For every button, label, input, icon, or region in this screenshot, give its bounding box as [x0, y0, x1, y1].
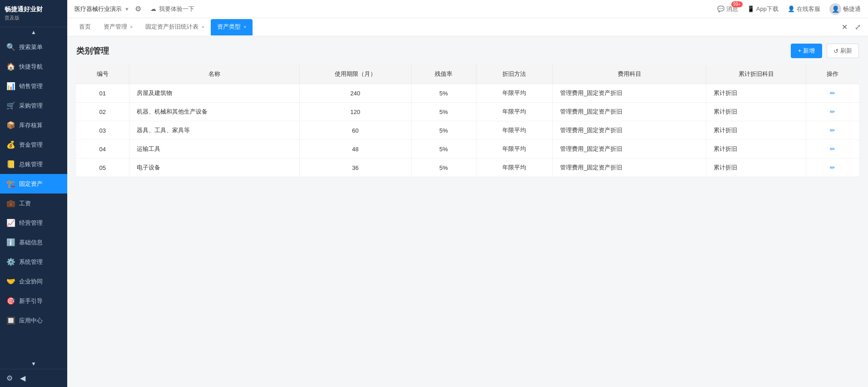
sidebar-item-enterprise[interactable]: 🤝企业协同	[0, 272, 67, 291]
refresh-label: 刷新	[840, 47, 852, 55]
tab-asset-mgmt-close[interactable]: ×	[130, 24, 133, 30]
col-action: 操作	[806, 64, 859, 84]
experience-label: 我要体验一下	[159, 5, 194, 13]
sidebar-item-guide[interactable]: 🎯新手引导	[0, 291, 67, 311]
cell-code-1: 02	[76, 103, 129, 121]
cell-name-3: 运输工具	[129, 140, 299, 159]
base-info-icon: ℹ️	[6, 238, 15, 247]
logo-title: 畅捷通好业财	[5, 5, 63, 14]
sidebar-item-base-info[interactable]: ℹ️基础信息	[0, 233, 67, 252]
cell-name-4: 电子设备	[129, 159, 299, 177]
window-expand-btn[interactable]: ⤢	[853, 21, 863, 33]
cell-code-0: 01	[76, 84, 129, 103]
app-download-btn[interactable]: 📱 App下载	[747, 5, 779, 13]
sidebar-item-inventory[interactable]: 📦库存核算	[0, 115, 67, 135]
tab-home[interactable]: 首页	[73, 19, 97, 35]
col-method: 折旧方法	[476, 64, 553, 84]
tab-home-label: 首页	[79, 23, 91, 31]
sidebar-item-system[interactable]: ⚙️系统管理	[0, 252, 67, 272]
topbar: 医疗器械行业演示 ▼ ⚙ ☁ 我要体验一下 💬 消息 99+ 📱 App下载 👤…	[67, 0, 868, 18]
edit-btn-3[interactable]: ✏	[830, 145, 835, 153]
table-header: 编号 名称 使用期限（月） 残值率 折旧方法 费用科目 累计折旧科目 操作	[76, 64, 859, 84]
service-label: 在线客服	[797, 5, 820, 13]
cell-residual-3: 5%	[411, 140, 476, 159]
tabs-bar-actions: ✕ ⤢	[840, 21, 863, 33]
company-dropdown-arrow: ▼	[124, 6, 129, 12]
sidebar-item-search[interactable]: 🔍搜索菜单	[0, 37, 67, 57]
cell-residual-1: 5%	[411, 103, 476, 121]
sidebar-label-enterprise: 企业协同	[19, 278, 43, 286]
table-row: 01 房屋及建筑物 240 5% 年限平均 管理费用_固定资产折旧 累计折旧 ✏	[76, 84, 859, 103]
cell-action-4: ✏	[806, 159, 859, 177]
cell-code-2: 03	[76, 121, 129, 140]
sidebar-item-payroll[interactable]: 💼工资	[0, 194, 67, 213]
scroll-up-btn[interactable]: ▲	[0, 27, 67, 37]
cell-accumulated-3[interactable]: 累计折旧	[706, 140, 806, 159]
sidebar-item-purchase[interactable]: 🛒采购管理	[0, 96, 67, 115]
tab-asset-type-close[interactable]: ×	[243, 24, 246, 30]
refresh-button[interactable]: ↺ 刷新	[827, 44, 859, 58]
sidebar-nav: 🔍搜索菜单🏠快捷导航📊销售管理🛒采购管理📦库存核算💰资金管理📒总账管理🏗️固定资…	[0, 37, 67, 359]
tab-depreciation-label: 固定资产折旧统计表	[145, 23, 198, 31]
company-selector[interactable]: 医疗器械行业演示 ▼	[74, 5, 129, 13]
user-btn[interactable]: 👤 畅捷通	[829, 3, 861, 15]
cell-action-0: ✏	[806, 84, 859, 103]
purchase-icon: 🛒	[6, 101, 15, 110]
new-button[interactable]: + 新增	[791, 44, 822, 58]
table-row: 04 运输工具 48 5% 年限平均 管理费用_固定资产折旧 累计折旧 ✏	[76, 140, 859, 159]
sidebar-item-app-center[interactable]: 🔲应用中心	[0, 311, 67, 330]
cell-period-1: 120	[299, 103, 411, 121]
settings-icon[interactable]: ⚙	[6, 374, 13, 382]
sidebar-item-capital[interactable]: 💰资金管理	[0, 135, 67, 154]
sidebar-label-app-center: 应用中心	[19, 317, 43, 325]
sidebar-item-operations[interactable]: 📈经营管理	[0, 213, 67, 233]
cell-action-3: ✏	[806, 140, 859, 159]
cell-expense-2: 管理费用_固定资产折旧	[553, 121, 706, 140]
cell-expense-0: 管理费用_固定资产折旧	[553, 84, 706, 103]
cell-code-4: 05	[76, 159, 129, 177]
avatar: 👤	[829, 3, 841, 15]
window-close-btn[interactable]: ✕	[840, 21, 849, 33]
sidebar-item-fixed-assets[interactable]: 🏗️固定资产	[0, 174, 67, 194]
cell-method-0: 年限平均	[476, 84, 553, 103]
experience-btn[interactable]: ☁ 我要体验一下	[150, 5, 194, 13]
sidebar-item-quick-nav[interactable]: 🏠快捷导航	[0, 57, 67, 76]
sidebar-label-system: 系统管理	[19, 258, 43, 266]
col-accumulated: 累计折旧科目	[706, 64, 806, 84]
ledger-icon: 📒	[6, 160, 15, 169]
category-table: 编号 名称 使用期限（月） 残值率 折旧方法 费用科目 累计折旧科目 操作 01…	[76, 64, 859, 177]
sidebar-item-ledger[interactable]: 📒总账管理	[0, 154, 67, 174]
message-btn[interactable]: 💬 消息 99+	[717, 5, 738, 13]
message-icon: 💬	[717, 5, 724, 12]
sidebar-label-payroll: 工资	[19, 199, 31, 208]
tab-asset-type[interactable]: 资产类型 ×	[211, 19, 253, 35]
table-body: 01 房屋及建筑物 240 5% 年限平均 管理费用_固定资产折旧 累计折旧 ✏…	[76, 84, 859, 177]
sidebar-label-capital: 资金管理	[19, 141, 43, 149]
sales-icon: 📊	[6, 82, 15, 90]
cell-accumulated-1[interactable]: 累计折旧	[706, 103, 806, 121]
cell-accumulated-2[interactable]: 累计折旧	[706, 121, 806, 140]
topbar-gear-icon[interactable]: ⚙	[135, 5, 141, 13]
edit-btn-4[interactable]: ✏	[830, 164, 835, 171]
sidebar-label-operations: 经营管理	[19, 219, 43, 227]
tab-depreciation-report[interactable]: 固定资产折旧统计表 ×	[139, 19, 210, 35]
cell-accumulated-4[interactable]: 累计折旧	[706, 159, 806, 177]
page-header: 类别管理 + 新增 ↺ 刷新	[76, 44, 859, 58]
cell-accumulated-0[interactable]: 累计折旧	[706, 84, 806, 103]
topbar-right: 💬 消息 99+ 📱 App下载 👤 在线客服 👤 畅捷通	[717, 3, 861, 15]
sidebar-label-ledger: 总账管理	[19, 160, 43, 169]
scroll-down-icon[interactable]: ▼	[2, 361, 65, 367]
edit-btn-2[interactable]: ✏	[830, 127, 835, 134]
sidebar-logo: 畅捷通好业财 普及版	[0, 0, 67, 27]
cell-residual-0: 5%	[411, 84, 476, 103]
sidebar-item-sales[interactable]: 📊销售管理	[0, 76, 67, 96]
edit-btn-0[interactable]: ✏	[830, 89, 835, 97]
online-service-btn[interactable]: 👤 在线客服	[788, 5, 820, 13]
col-residual: 残值率	[411, 64, 476, 84]
collapse-icon[interactable]: ◀	[20, 374, 25, 382]
tab-depreciation-close[interactable]: ×	[201, 24, 204, 30]
scroll-up-icon[interactable]: ▲	[2, 29, 65, 35]
scroll-down-btn[interactable]: ▼	[0, 359, 67, 369]
edit-btn-1[interactable]: ✏	[830, 108, 835, 115]
tab-asset-mgmt[interactable]: 资产管理 ×	[97, 19, 139, 35]
